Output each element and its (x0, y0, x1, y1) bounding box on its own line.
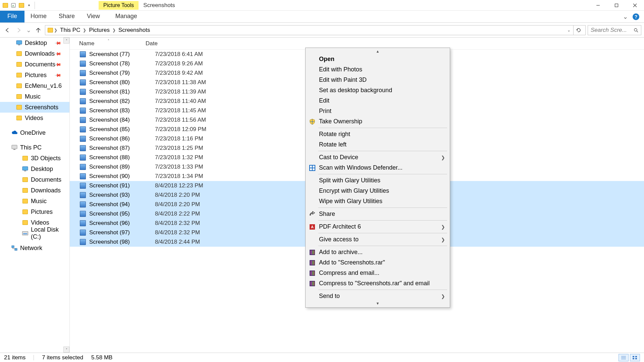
image-file-icon (80, 239, 86, 245)
context-menu-item-send-to[interactable]: Send to ❯ (306, 291, 450, 301)
nav-item-label: Desktop (25, 40, 47, 47)
nav-item-music[interactable]: Music (0, 196, 69, 206)
context-menu-scroll-down[interactable]: ▼ (306, 301, 450, 306)
svg-rect-23 (314, 250, 314, 254)
breadcrumb-sep[interactable]: ❯ (54, 28, 57, 33)
nav-item-pictures[interactable]: Pictures 📌 (0, 70, 69, 80)
context-menu-item-compress-to-screenshots-rar-and-email[interactable]: Compress to "Screenshots.rar" and email (306, 278, 450, 289)
qat-newfolder-icon[interactable] (18, 2, 25, 9)
file-tab[interactable]: File (0, 11, 24, 22)
context-menu-item-add-to-screenshots-rar-[interactable]: Add to "Screenshots.rar" (306, 257, 450, 268)
nav-item-downloads[interactable]: Downloads 📌 (0, 48, 69, 59)
breadcrumb-pictures[interactable]: Pictures (87, 27, 111, 34)
help-icon[interactable]: ? (633, 13, 639, 20)
search-box[interactable]: Search Scre... (588, 25, 641, 35)
back-button[interactable] (3, 25, 12, 35)
nav-item-documents[interactable]: Documents 📌 (0, 59, 69, 70)
address-dropdown[interactable]: ⌄ (565, 28, 573, 33)
view-details-button[interactable] (619, 354, 629, 361)
view-thumbnails-button[interactable] (630, 354, 640, 361)
file-date: 7/23/2018 6:41 AM (155, 51, 203, 58)
qat-properties-icon[interactable] (10, 2, 17, 9)
context-menu-item-label: Open (319, 56, 334, 63)
context-menu-item-set-as-desktop-background[interactable]: Set as desktop background (306, 85, 450, 96)
context-menu-scroll-up[interactable]: ▲ (306, 49, 450, 54)
context-menu-item-edit[interactable]: Edit (306, 96, 450, 106)
context-menu-item-label: Edit with Photos (319, 66, 362, 73)
svg-rect-12 (24, 171, 26, 171)
navigation-pane: ˄ Desktop 📌 Downloads 📌 Documents 📌 Pict… (0, 38, 70, 353)
up-button[interactable] (34, 25, 43, 35)
tab-manage[interactable]: Manage (109, 11, 143, 22)
nav-item-desktop[interactable]: Desktop (0, 164, 69, 174)
nav-item-pictures[interactable]: Pictures (0, 206, 69, 217)
breadcrumb-sep[interactable]: ❯ (112, 28, 116, 33)
context-menu-item-take-ownership[interactable]: Take Ownership (306, 116, 450, 127)
column-date[interactable]: Date (146, 40, 226, 47)
recent-locations-dropdown[interactable]: ⌄ (25, 25, 32, 35)
folder-icon (16, 83, 22, 89)
close-button[interactable] (626, 0, 644, 11)
svg-rect-26 (312, 261, 313, 265)
context-menu-item-rotate-right[interactable]: Rotate right (306, 129, 450, 139)
context-menu-item-encrypt-with-glary-utilities[interactable]: Encrypt with Glary Utilities (306, 186, 450, 196)
context-menu-item-scan-with-windows-defender-[interactable]: Scan with Windows Defender... (306, 163, 450, 173)
nav-item-documents[interactable]: Documents (0, 174, 69, 185)
context-menu-separator (318, 233, 447, 233)
nav-item-screenshots[interactable]: Screenshots (0, 102, 69, 113)
context-menu-item-pdf-architect-6[interactable]: A PDF Architect 6 ❯ (306, 222, 450, 232)
context-menu-item-edit-with-paint-3d[interactable]: Edit with Paint 3D (306, 75, 450, 85)
nav-item-videos[interactable]: Videos (0, 113, 69, 123)
context-menu-item-rotate-left[interactable]: Rotate left (306, 139, 450, 150)
tab-home[interactable]: Home (24, 11, 53, 22)
network-icon (11, 245, 17, 251)
breadcrumb-sep[interactable]: ❯ (83, 28, 86, 33)
nav-item-label: Network (20, 245, 42, 252)
image-file-icon (80, 70, 86, 76)
maximize-button[interactable] (607, 0, 626, 11)
context-menu-item-label: Compress to "Screenshots.rar" and email (319, 280, 430, 287)
tab-view[interactable]: View (81, 11, 106, 22)
folder-icon (16, 115, 22, 121)
nav-item-desktop[interactable]: Desktop 📌 (0, 38, 69, 48)
search-icon (634, 28, 638, 33)
context-menu-item-split-with-glary-utilities[interactable]: Split with Glary Utilities (306, 175, 450, 186)
qat-dropdown[interactable]: ▾ (26, 3, 32, 7)
nav-item-onedrive[interactable]: OneDrive (0, 127, 69, 138)
nav-item-3d-objects[interactable]: 3D Objects (0, 153, 69, 164)
context-menu-item-wipe-with-glary-utilities[interactable]: Wipe with Glary Utilities (306, 196, 450, 206)
context-menu-item-open[interactable]: Open (306, 54, 450, 64)
nav-item-downloads[interactable]: Downloads (0, 185, 69, 196)
breadcrumb-bar[interactable]: ❯ This PC ❯ Pictures ❯ Screenshots ⌄ (45, 25, 586, 35)
pin-icon: 📌 (54, 71, 62, 79)
context-menu-item-print[interactable]: Print (306, 106, 450, 116)
minimize-button[interactable] (589, 0, 607, 11)
nav-item-label: 3D Objects (31, 155, 61, 162)
context-menu-separator (318, 128, 447, 128)
nav-item-ecmenu-v1-6[interactable]: EcMenu_v1.6 (0, 80, 69, 91)
context-menu-item-cast-to-device[interactable]: Cast to Device ❯ (306, 152, 450, 163)
context-menu-item-compress-and-email-[interactable]: Compress and email... (306, 268, 450, 278)
file-name: Screenshot (85) (89, 126, 155, 133)
context-menu-item-share[interactable]: Share (306, 209, 450, 219)
ribbon-expand-icon[interactable]: ⌄ (623, 13, 628, 20)
refresh-button[interactable] (573, 25, 583, 35)
breadcrumb-screenshots[interactable]: Screenshots (116, 27, 152, 34)
context-menu-item-label: PDF Architect 6 (319, 223, 361, 230)
context-menu-item-edit-with-photos[interactable]: Edit with Photos (306, 64, 450, 75)
context-menu-item-give-access-to[interactable]: Give access to ❯ (306, 234, 450, 245)
forward-button[interactable] (14, 25, 23, 35)
svg-rect-8 (18, 45, 20, 45)
nav-item-local-disk-c-[interactable]: Local Disk (C:) (0, 228, 69, 239)
nav-item-network[interactable]: Network (0, 243, 69, 253)
column-name[interactable]: ˄ Name (70, 40, 146, 47)
context-menu-item-add-to-archive-[interactable]: Add to archive... (306, 247, 450, 257)
nav-item-thispc[interactable]: This PC (0, 142, 69, 153)
breadcrumb-thispc[interactable]: This PC (58, 27, 82, 34)
nav-scroll-down[interactable]: ˅ (63, 347, 69, 353)
file-name: Screenshot (83) (89, 107, 155, 114)
tab-share[interactable]: Share (53, 11, 81, 22)
nav-item-music[interactable]: Music (0, 91, 69, 102)
nav-item-label: Pictures (31, 208, 53, 216)
image-file-icon (80, 117, 86, 123)
